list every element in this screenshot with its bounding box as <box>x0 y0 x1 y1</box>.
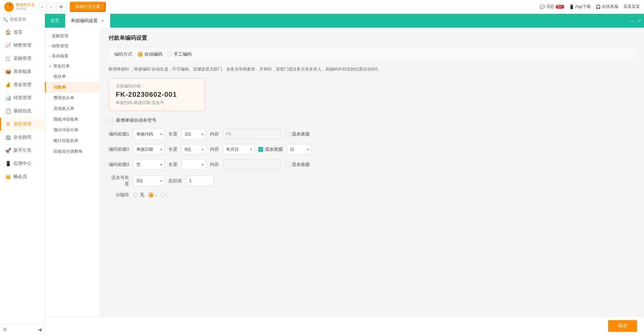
code-preview: 当前编码示例： FK-20230602-001 单据代码-单据日期-流水号 <box>108 78 205 111</box>
auto-fill-checkbox[interactable] <box>108 118 113 123</box>
sidebar-item-guide[interactable]: 🚀 新手引导 <box>0 144 45 157</box>
tab-close-icon[interactable]: ✕ <box>101 19 104 23</box>
sub-sidebar: › 采购管理 › 销售管理 › 库存核算 <box>45 28 100 316</box>
brand-text: 畅通好生意 插件版 <box>16 2 35 11</box>
sub-group-purchase-title[interactable]: › 采购管理 <box>45 31 100 41</box>
auto-encode-radio-dot <box>139 53 142 56</box>
brand: 🍊 畅通好生意 插件版 <box>4 2 35 12</box>
prefix-1-select-wrapper: 单据代码 <box>133 129 164 139</box>
sub-group-capital-label: 资金往来 <box>53 63 70 69</box>
length-1-select[interactable]: 2位 <box>182 129 206 139</box>
sub-group-inventory-title[interactable]: › 库存核算 <box>45 51 100 61</box>
sep-dot-radio[interactable]: . <box>161 193 169 198</box>
sidebar-item-label: 经营管理 <box>13 95 31 101</box>
tab-bar-actions: — ⤢ <box>629 18 644 24</box>
start-value-input[interactable] <box>186 176 214 186</box>
tab-minimize-icon[interactable]: — <box>629 18 634 24</box>
encoding-radio-group: 自动编码 手工编码 <box>138 51 192 57</box>
auto-fill-label: 新增单据自动补空号 <box>116 117 156 123</box>
main-content: 付款单编码设置 编码方式 自动编码 手工编码 <box>100 28 644 316</box>
sub-menu-item-payment[interactable]: 付款单 <box>45 82 100 93</box>
prefix-3-select-wrapper: 空 <box>133 159 164 170</box>
sub-group-capital-title[interactable]: ∨ 资金往来 <box>45 61 100 71</box>
serial-1-checkbox[interactable]: 流水依据 <box>285 131 310 137</box>
sep-dash-radio[interactable]: - <box>148 193 156 198</box>
sidebar-search[interactable]: 🔍 搜索菜单 <box>0 14 45 26</box>
start-value-label: 起始值 <box>169 178 182 184</box>
sidebar-item-inventory[interactable]: 📦 库存核算 <box>0 65 45 78</box>
tab-serial-label: 单据编码设置 <box>71 18 98 24</box>
serial-length-select[interactable]: 3位 <box>133 176 164 186</box>
home-icon: 🏠 <box>5 29 11 35</box>
sub-group-capital: ∨ 资金往来 收款单 付款单 费用支出单 其他收入单 <box>45 61 100 157</box>
operation-icon: 📊 <box>5 95 11 101</box>
sidebar-item-purchase[interactable]: 🛒 采购管理 <box>0 52 45 65</box>
nav-back-button[interactable]: ‹ <box>38 3 46 11</box>
length-1-label: 长度 <box>169 131 177 137</box>
length-2-select[interactable]: 8位 <box>182 144 206 155</box>
content-2-select[interactable]: 年月日 <box>223 144 254 155</box>
bottom-bar: 保存 <box>45 316 644 335</box>
sidebar-collapse-button[interactable]: ◀ <box>38 327 42 332</box>
sidebar-item-finance[interactable]: 💰 资金管理 <box>0 78 45 91</box>
serial-2-checkbox[interactable]: 流水依据 <box>258 146 283 152</box>
guide-icon: 🚀 <box>5 148 11 153</box>
message-button[interactable]: 💬 消息 99+ <box>540 4 564 10</box>
tab-serial[interactable]: 单据编码设置 ✕ <box>65 14 110 28</box>
sub-menu-item-other-income[interactable]: 其他收入单 <box>45 103 100 114</box>
sub-menu-item-prepay-recv[interactable]: 预收冲应收单 <box>45 114 100 125</box>
sub-group-sales-title[interactable]: › 销售管理 <box>45 41 100 51</box>
auto-encode-label: 自动编码 <box>144 51 162 57</box>
length-3-select[interactable] <box>182 159 206 170</box>
sidebar-item-label: 畅会员 <box>13 174 27 180</box>
serial-length-select-wrapper: 3位 <box>133 176 164 186</box>
online-service-button[interactable]: 🎧 在线客服 <box>596 4 618 10</box>
period-select-wrapper: 日 <box>287 144 311 155</box>
sidebar-item-system[interactable]: ⚙ 系统管理 <box>0 118 45 131</box>
sidebar-item-operation[interactable]: 📊 经营管理 <box>0 91 45 104</box>
sidebar-item-member[interactable]: 👑 畅会员 <box>0 170 45 183</box>
manual-encode-radio[interactable]: 手工编码 <box>167 51 192 57</box>
save-button[interactable]: 保存 <box>608 320 637 332</box>
brand-tag: 插件版 <box>16 7 35 11</box>
sidebar-item-basic[interactable]: 📋 基础信息 <box>0 104 45 118</box>
sub-group-inventory: › 库存核算 <box>45 51 100 61</box>
auto-encode-radio[interactable]: 自动编码 <box>138 51 162 57</box>
sep-none-radio[interactable]: 无 <box>133 192 144 198</box>
sidebar-item-apps[interactable]: 📱 应用中心 <box>0 157 45 170</box>
sub-menu-item-bank-deposit[interactable]: 银行存取款单 <box>45 136 100 146</box>
service-label: 在线客服 <box>602 4 618 10</box>
sidebar-item-label: 资金管理 <box>13 82 31 88</box>
sidebar-bottom: ⚙ ◀ <box>0 324 45 335</box>
app-download-button[interactable]: 📱 App下载 <box>569 4 591 10</box>
sub-menu-item-receipt[interactable]: 收款单 <box>45 71 100 82</box>
user-menu-button[interactable]: 某某某某 <box>623 4 640 10</box>
nav-settings-button[interactable]: ⚙ <box>56 3 66 11</box>
trial-button[interactable]: 体验行业方案 <box>70 2 106 12</box>
code-preview-sub: 单据代码-单据日期-流水号 <box>116 100 198 106</box>
prefix-row-3: 编码前缀3 空 长度 内容 <box>108 159 636 170</box>
period-select[interactable]: 日 <box>287 144 311 155</box>
apps-icon: 📱 <box>5 161 11 166</box>
sidebar-item-home[interactable]: 🏠 首页 <box>0 26 45 39</box>
sub-menu-item-adjust[interactable]: 应收应付调整单 <box>45 146 100 157</box>
sub-menu-item-expense[interactable]: 费用支出单 <box>45 93 100 103</box>
tab-expand-icon[interactable]: ⤢ <box>637 18 641 24</box>
prefix-2-select[interactable]: 单据日期 <box>133 144 164 155</box>
sidebar-item-sales[interactable]: 📈 销售管理 <box>0 39 45 52</box>
brand-logo: 🍊 <box>4 2 14 12</box>
sidebar-settings-button[interactable]: ⚙ <box>3 327 7 332</box>
serial-3-checkbox[interactable]: 流水依据 <box>285 161 310 168</box>
sidebar-item-enterprise[interactable]: 🏢 企业协同 <box>0 131 45 144</box>
sub-menu-item-prepay-pay[interactable]: 预付冲应付单 <box>45 125 100 136</box>
prefix-1-select[interactable]: 单据代码 <box>133 129 164 139</box>
serial-3-checkbox-box <box>285 162 290 167</box>
serial-2-label: 流水依据 <box>265 146 283 152</box>
tab-home[interactable]: 首页 <box>45 14 65 28</box>
serial-length-row: 流水号长度 3位 起始值 <box>108 175 636 187</box>
sidebar-item-label: 首页 <box>13 29 22 35</box>
page-title: 付款单编码设置 <box>108 35 636 42</box>
nav-forward-button[interactable]: › <box>47 3 55 11</box>
prefix-3-select[interactable]: 空 <box>133 159 164 170</box>
brand-name: 畅通好生意 <box>16 2 35 7</box>
